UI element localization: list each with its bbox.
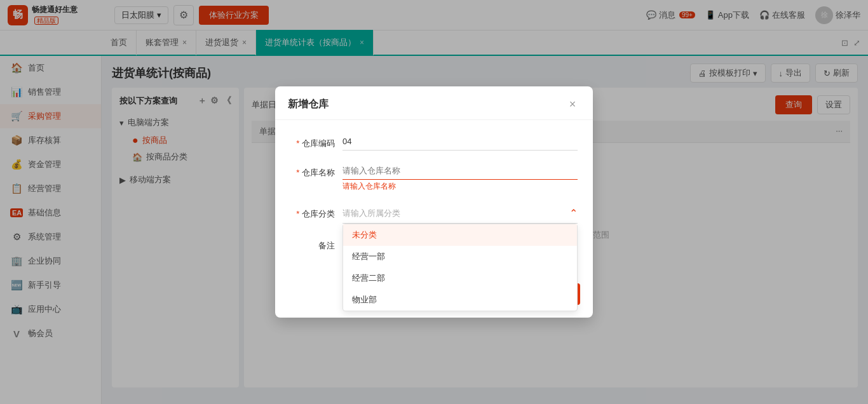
note-label: 备注 [290, 235, 335, 252]
code-input[interactable] [342, 133, 578, 151]
dialog-title: 新增仓库 [288, 98, 329, 111]
category-select[interactable]: 请输入所属分类 ⌃ [342, 203, 578, 224]
name-field: 请输入仓库名称 [342, 162, 578, 192]
modal-overlay: 新增仓库 × 仓库编码 仓库名称 请输入仓库名称 仓库分类 [0, 0, 868, 404]
category-placeholder: 请输入所属分类 [342, 208, 569, 219]
dropdown-item-unclassified[interactable]: 未分类 [343, 224, 577, 246]
dropdown-item-dept1[interactable]: 经营一部 [343, 246, 577, 267]
dropdown-item-dept2[interactable]: 经营二部 [343, 267, 577, 289]
code-field [342, 133, 578, 151]
dialog-add-warehouse: 新增仓库 × 仓库编码 仓库名称 请输入仓库名称 仓库分类 [275, 86, 593, 318]
field-code-row: 仓库编码 [290, 133, 578, 151]
category-label: 仓库分类 [290, 203, 335, 220]
dropdown-item-property[interactable]: 物业部 [343, 289, 577, 311]
field-name-row: 仓库名称 请输入仓库名称 [290, 162, 578, 192]
category-field: 请输入所属分类 ⌃ 未分类 经营一部 经营二部 物业部 [342, 203, 578, 224]
name-input[interactable] [342, 162, 578, 180]
dialog-header: 新增仓库 × [275, 86, 593, 120]
close-button[interactable]: × [565, 97, 580, 112]
chevron-up-icon: ⌃ [569, 207, 578, 219]
name-error: 请输入仓库名称 [342, 181, 578, 192]
category-dropdown: 未分类 经营一部 经营二部 物业部 [342, 224, 578, 311]
name-label: 仓库名称 [290, 162, 335, 178]
dialog-body: 仓库编码 仓库名称 请输入仓库名称 仓库分类 请输入所属分类 [275, 120, 593, 277]
code-label: 仓库编码 [290, 133, 335, 149]
field-category-row: 仓库分类 请输入所属分类 ⌃ 未分类 经营一部 经营二部 物业部 [290, 203, 578, 224]
